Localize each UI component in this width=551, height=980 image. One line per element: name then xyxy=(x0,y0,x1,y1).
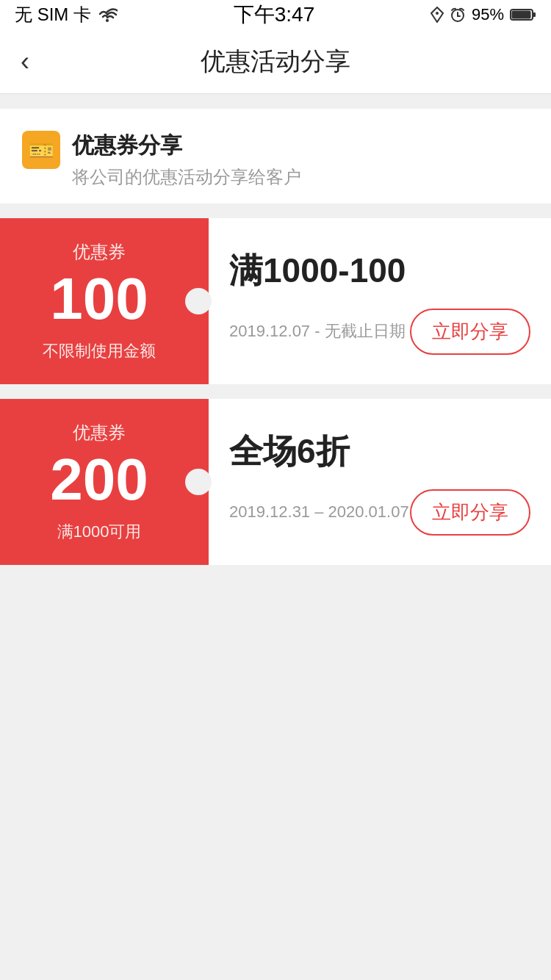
coupon-condition: 不限制使用金额 xyxy=(43,340,156,362)
wifi-icon xyxy=(97,7,118,22)
status-bar: 无 SIM 卡 下午3:47 95% xyxy=(0,0,551,29)
status-right: 95% xyxy=(431,5,536,24)
share-button[interactable]: 立即分享 xyxy=(410,309,530,355)
coupon-stub: 优惠券 200 满1000可用 xyxy=(0,399,198,565)
status-left: 无 SIM 卡 xyxy=(15,3,118,26)
notch-left xyxy=(185,469,212,495)
page-title: 优惠活动分享 xyxy=(201,45,350,79)
coupon-label: 优惠券 xyxy=(73,421,126,444)
section-title: 优惠券分享 xyxy=(72,131,301,161)
coupon-title: 满1000-100 xyxy=(229,248,530,294)
section-header: 🎫 优惠券分享 将公司的优惠活动分享给客户 xyxy=(0,109,551,203)
coupon-date: 2019.12.31 – 2020.01.07 xyxy=(229,502,409,522)
coupon-footer: 2019.12.31 – 2020.01.07 立即分享 xyxy=(229,489,530,536)
coupon-detail: 全场6折 2019.12.31 – 2020.01.07 立即分享 xyxy=(198,399,551,565)
share-button[interactable]: 立即分享 xyxy=(410,489,530,536)
notch-left xyxy=(185,288,212,314)
svg-rect-6 xyxy=(533,12,536,17)
coupon-detail: 满1000-100 2019.12.07 - 无截止日期 立即分享 xyxy=(198,218,551,384)
background-filler xyxy=(0,580,551,873)
coupon-stub: 优惠券 100 不限制使用金额 xyxy=(0,218,198,384)
coupon-list: 优惠券 100 不限制使用金额 满1000-100 2019.12.07 - 无… xyxy=(0,203,551,565)
svg-point-0 xyxy=(106,19,109,22)
coupon-amount: 100 xyxy=(50,270,148,328)
no-sim-text: 无 SIM 卡 xyxy=(15,3,91,26)
coupon-date: 2019.12.07 - 无截止日期 xyxy=(229,320,406,342)
coupon-condition: 满1000可用 xyxy=(57,521,142,543)
coupon-card: 优惠券 200 满1000可用 全场6折 2019.12.31 – 2020.0… xyxy=(0,399,551,565)
section-text: 优惠券分享 将公司的优惠活动分享给客户 xyxy=(72,131,301,189)
coupon-amount: 200 xyxy=(50,450,148,509)
coupon-icon: 🎫 xyxy=(29,138,54,162)
back-button[interactable]: ‹ xyxy=(21,46,29,77)
battery-icon xyxy=(510,8,536,21)
alarm-icon xyxy=(450,7,466,23)
coupon-label: 优惠券 xyxy=(73,240,126,264)
location-icon xyxy=(431,7,444,23)
section-subtitle: 将公司的优惠活动分享给客户 xyxy=(72,165,301,189)
status-time: 下午3:47 xyxy=(234,1,315,29)
battery-percent: 95% xyxy=(472,5,504,24)
nav-bar: ‹ 优惠活动分享 xyxy=(0,29,551,94)
section-icon: 🎫 xyxy=(22,131,60,169)
coupon-title: 全场6折 xyxy=(229,429,530,475)
coupon-footer: 2019.12.07 - 无截止日期 立即分享 xyxy=(229,309,530,355)
svg-rect-7 xyxy=(512,11,531,19)
svg-point-1 xyxy=(436,12,439,15)
coupon-card: 优惠券 100 不限制使用金额 满1000-100 2019.12.07 - 无… xyxy=(0,218,551,384)
